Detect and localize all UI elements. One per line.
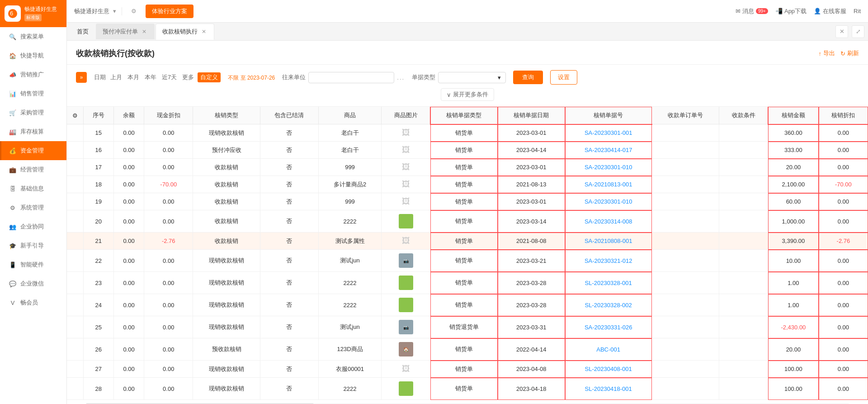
online-service-button[interactable]: 👤 在线客服	[814, 7, 846, 15]
bill-no-link[interactable]: SL-20230418-001	[585, 385, 632, 392]
td-balance: 0.00	[113, 193, 144, 210]
td-cash-discount: 0.00	[144, 210, 193, 233]
table-row: 25 0.00 0.00 现销收款核销 否 测试jun 📷 销货退货单 2023…	[67, 316, 868, 338]
td-write-off-discount: 0.00	[819, 272, 868, 294]
sidebar-item-hardware[interactable]: 📱 智能硬件	[0, 255, 66, 274]
sidebar-item-guide[interactable]: 🎓 新手引导	[0, 236, 66, 255]
bill-no-link[interactable]: SL-20230328-002	[585, 302, 632, 309]
sidebar-item-system[interactable]: ⚙ 系统管理	[0, 198, 66, 217]
table-row: 28 0.00 0.00 现销收款核销 否 2222 销货单 2023-04-1…	[67, 378, 868, 400]
td-receipt-condition	[719, 142, 768, 159]
td-write-off-discount: 0.00	[819, 250, 868, 272]
app-download-button[interactable]: 📲 App下载	[775, 7, 807, 15]
sidebar-item-inventory[interactable]: 🏭 库存核算	[0, 122, 66, 141]
td-bill-date: 2023-03-01	[498, 159, 565, 176]
filter-bill-type-item: 单据类型 ▾	[412, 72, 506, 83]
filter-date-item: 日期 上月 本月 本年 近7天 更多 自定义	[94, 72, 221, 82]
bill-no-link[interactable]: SA-20210813-001	[585, 181, 632, 188]
bill-no-link[interactable]: ABC-001	[596, 346, 620, 353]
th-included-settled: 包含已结清	[260, 107, 318, 124]
sidebar-item-marketing[interactable]: 📣 营销推广	[0, 65, 66, 84]
this-year-btn[interactable]: 本年	[143, 72, 158, 82]
td-product: 123D商品	[318, 338, 382, 361]
last-month-btn[interactable]: 上月	[108, 72, 124, 82]
td-bill-no: SA-20210813-001	[565, 176, 652, 193]
last-7-days-btn[interactable]: 近7天	[160, 72, 179, 82]
this-month-btn[interactable]: 本月	[126, 72, 141, 82]
td-write-off-discount: 0.00	[819, 316, 868, 338]
expand-more-button[interactable]: ∨ 展开更多条件	[441, 88, 494, 101]
td-write-off-discount: -70.00	[819, 176, 868, 193]
write-off-tab-close[interactable]: ✕	[200, 28, 208, 35]
td-bill-type: 销货单	[430, 193, 498, 210]
tab-close-all-button[interactable]: ✕	[835, 25, 848, 38]
td-seq: 19	[83, 193, 113, 210]
td-product-img: 🖼	[382, 124, 430, 142]
tab-prepay[interactable]: 预付冲应付单 ✕	[96, 24, 155, 39]
tab-home[interactable]: 首页	[71, 24, 95, 39]
td-receipt-condition	[719, 250, 768, 272]
sidebar-item-basic-info[interactable]: 🗄 基础信息	[0, 179, 66, 198]
export-button[interactable]: ↑ 导出	[819, 49, 835, 57]
td-bill-date: 2023-03-01	[498, 193, 565, 210]
bill-type-label: 单据类型	[412, 73, 435, 81]
online-service-label: 在线客服	[823, 7, 846, 15]
custom-date-btn[interactable]: 自定义	[198, 72, 221, 82]
filter-setting-button[interactable]: 设置	[550, 70, 577, 85]
sidebar-item-nav[interactable]: 🏠 快捷导航	[0, 46, 66, 65]
bill-no-link[interactable]: SL-20230408-001	[585, 366, 632, 372]
bill-no-link[interactable]: SA-20230301-010	[585, 198, 632, 205]
td-bill-type: 销货退货单	[430, 316, 498, 338]
td-product-img: 🖼	[382, 159, 430, 176]
page-header-actions: ↑ 导出 ↻ 刷新	[819, 49, 859, 57]
sidebar-item-management[interactable]: 💼 经营管理	[0, 160, 66, 179]
table-wrap: ⚙ 序号 余额 现金折扣 核销类型 包含已结清 商品 商品图片 核销单据类型 核…	[67, 107, 868, 400]
bill-no-link[interactable]: SA-20230301-010	[585, 164, 632, 171]
sidebar-item-search[interactable]: 🔍 搜索菜单	[0, 27, 66, 46]
bill-no-link[interactable]: SA-20230321-012	[585, 257, 632, 264]
chevron-down-icon: ▾	[498, 74, 501, 81]
bill-no-link[interactable]: SA-20210808-001	[585, 238, 632, 244]
sidebar-item-wechat[interactable]: 💬 企业微信	[0, 274, 66, 293]
bill-no-link[interactable]: SA-20230314-008	[585, 218, 632, 225]
table-row: 26 0.00 0.00 预收款核销 否 123D商品 🏠 销货单 2022-0…	[67, 338, 868, 361]
refresh-button[interactable]: ↻ 刷新	[840, 49, 859, 57]
td-bill-type: 销货单	[430, 142, 498, 159]
message-button[interactable]: ✉ 消息 99+	[736, 7, 768, 15]
more-btn[interactable]: 更多	[180, 72, 196, 82]
bill-type-select[interactable]: ▾	[438, 72, 506, 83]
td-product: 老白干	[318, 142, 382, 159]
bill-no-link[interactable]: SA-20230301-001	[585, 129, 632, 136]
sidebar-item-collab[interactable]: 👥 企业协同	[0, 217, 66, 236]
tab-expand-button[interactable]: ⤢	[852, 25, 864, 38]
prepay-tab-close[interactable]: ✕	[141, 28, 148, 35]
sidebar-item-sales[interactable]: 📊 销售管理	[0, 84, 66, 103]
page-title: 收款核销执行(按收款)	[76, 48, 155, 59]
td-bill-no: SA-20230321-012	[565, 250, 652, 272]
tabbar: 首页 预付冲应付单 ✕ 收款核销执行 ✕ ✕ ⤢	[67, 23, 868, 41]
td-bill-no: SL-20230328-002	[565, 294, 652, 316]
settings-button[interactable]: ⚙	[127, 5, 140, 18]
topbar-actions: ✉ 消息 99+ 📲 App下载 👤 在线客服 Rit	[736, 7, 861, 15]
sidebar-item-purchase[interactable]: 🛒 采购管理	[0, 103, 66, 122]
td-receipt-order-no	[652, 124, 719, 142]
tab-write-off[interactable]: 收款核销执行 ✕	[156, 24, 214, 40]
td-product-img: 🏠	[382, 338, 430, 361]
counterpart-input[interactable]	[308, 72, 394, 83]
td-included-settled: 否	[260, 378, 318, 400]
bill-no-link[interactable]: SA-20230414-017	[585, 147, 632, 153]
table-row: 21 0.00 -2.76 收款核销 否 测试多属性 🖼 销货单 2021-08…	[67, 233, 868, 250]
td-receipt-condition	[719, 338, 768, 361]
sidebar-item-member[interactable]: V 畅会员	[0, 293, 66, 312]
search-button[interactable]: 查询	[513, 71, 543, 84]
th-bill-type: 核销单据类型	[430, 107, 498, 124]
td-settings	[67, 193, 83, 210]
sidebar-item-finance[interactable]: 💰 资金管理	[0, 141, 66, 160]
th-bill-no: 核销单据号	[565, 107, 652, 124]
bill-no-link[interactable]: SA-20230331-026	[585, 324, 632, 331]
solution-button[interactable]: 体验行业方案	[146, 5, 193, 18]
logo-icon: 6	[5, 5, 21, 22]
bill-no-link[interactable]: SL-20230328-001	[585, 280, 632, 286]
filter-expand-button[interactable]: »	[76, 72, 87, 83]
td-bill-no: SA-20230301-010	[565, 193, 652, 210]
